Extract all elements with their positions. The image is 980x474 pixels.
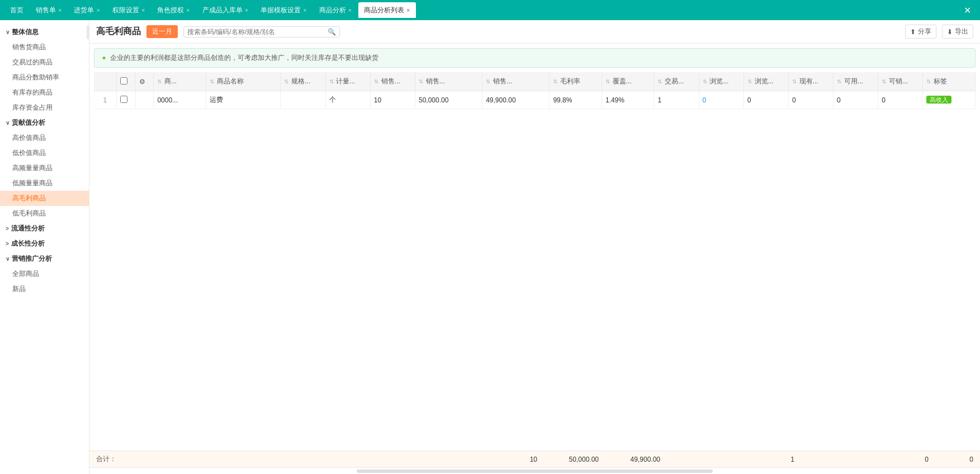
row-browse1-link[interactable]: 0 [703,96,707,104]
sidebar-item-low-freq[interactable]: 低频量量商品 [0,176,89,191]
col-header-label: 销售... [381,77,400,85]
sidebar-item-low-value[interactable]: 低价值商品 [0,146,89,161]
col-header-label: 毛利率 [560,77,580,85]
sidebar-item-low-margin[interactable]: 低毛利商品 [0,206,89,221]
main-layout: « ∨整体信息销售货商品交易过的商品商品分数助销率有库存的商品库存资金占用∨贡献… [0,20,980,474]
top-nav: 首页销售单×进货单×权限设置×角色授权×产成品入库单×单据模板设置×商品分析×商… [0,0,980,20]
nav-tab-template[interactable]: 单据模板设置× [255,2,312,18]
export-button[interactable]: ⬇ 导出 [942,25,973,39]
sidebar-group-arrow: > [6,241,9,247]
row-code: 0000... [154,91,206,109]
sort-icon: ⇅ [605,78,612,85]
sidebar-item-high-margin[interactable]: 高毛利商品 [0,191,89,206]
row-trade: 1 [654,91,699,109]
col-margin[interactable]: ⇅ 毛利率 [550,72,602,91]
nav-tab-label: 角色授权 [157,6,184,15]
sidebar-group-growth-analysis: >成长性分析 [0,236,89,251]
nav-tab-product-storage[interactable]: 产成品入库单× [197,2,254,18]
sidebar-item-high-value[interactable]: 高价值商品 [0,130,89,146]
footer-label: 合计： [96,454,116,464]
sidebar-item-stock-capital[interactable]: 库存资金占用 [0,100,89,115]
row-saleable: 0 [878,91,923,109]
col-code[interactable]: ⇅ 商... [154,72,206,91]
search-icon[interactable]: 🔍 [328,28,336,36]
sidebar-item-sales-goods[interactable]: 销售货商品 [0,40,89,55]
share-icon: ⬆ [910,28,916,36]
sidebar-group-flow-analysis: >流通性分析 [0,221,89,236]
row-browse1[interactable]: 0 [699,91,744,109]
nav-tab-close[interactable]: × [303,7,306,13]
sort-icon: ⇅ [657,78,664,85]
col-checkbox[interactable] [116,72,136,91]
sidebar-group-arrow: ∨ [6,256,10,262]
sidebar-group-header-overview[interactable]: ∨整体信息 [0,25,89,40]
col-header-label: 交易... [665,77,684,85]
nav-tab-close[interactable]: × [96,7,100,13]
bottom-scrollbar[interactable] [89,467,980,474]
col-name[interactable]: ⇅ 商品名称 [206,72,281,91]
col-spec[interactable]: ⇅ 规格... [281,72,325,91]
col-sales-cost[interactable]: ⇅ 销售... [482,72,550,91]
nav-tab-label: 商品分析列表 [364,6,404,15]
col-tag[interactable]: ⇅ 标签 [923,72,976,91]
info-text: 企业的主要的利润都是这部分商品创造的，可考虑加大推广，同时关注库存是不要出现缺货 [110,53,378,63]
sidebar-item-traded-goods[interactable]: 交易过的商品 [0,55,89,70]
nav-tab-analysis[interactable]: 商品分析× [314,2,357,18]
row-checkbox-input[interactable] [120,96,127,103]
nav-tab-close[interactable]: × [245,7,248,13]
col-sales-amount[interactable]: ⇅ 销售... [415,72,482,91]
window-close-button[interactable]: ✕ [959,5,976,16]
nav-tab-permission[interactable]: 权限设置× [107,2,150,18]
col-coverage[interactable]: ⇅ 覆盖... [602,72,654,91]
col-trade[interactable]: ⇅ 交易... [654,72,699,91]
nav-tab-analysis-list[interactable]: 商品分析列表× [358,2,415,18]
row-unit: 个 [325,91,370,109]
export-label: 导出 [955,27,968,36]
sidebar-group-header-flow-analysis[interactable]: >流通性分析 [0,221,89,236]
sidebar-item-all-goods[interactable]: 全部商品 [0,266,89,281]
nav-tab-home[interactable]: 首页 [4,2,29,18]
sidebar-group-header-growth-analysis[interactable]: >成长性分析 [0,236,89,251]
col-available2[interactable]: ⇅ 可用... [834,72,878,91]
col-sales-qty[interactable]: ⇅ 销售... [370,72,415,91]
time-filter-button[interactable]: 近一月 [146,25,178,38]
nav-tab-close[interactable]: × [348,7,352,13]
col-browse1[interactable]: ⇅ 浏览... [699,72,744,91]
page-title: 高毛利商品 [96,26,141,37]
header-checkbox[interactable] [120,77,127,85]
col-header-label: 现有... [799,77,818,85]
col-unit[interactable]: ⇅ 计量... [325,72,370,91]
sidebar-item-high-freq[interactable]: 高频量量商品 [0,161,89,176]
sidebar-item-goods-score[interactable]: 商品分数助销率 [0,70,89,85]
col-header-label: 销售... [493,77,512,85]
sidebar-item-new-goods[interactable]: 新品 [0,281,89,297]
share-button[interactable]: ⬆ 分享 [905,25,936,39]
nav-tab-sales[interactable]: 销售单× [30,2,67,18]
nav-tab-label: 权限设置 [112,6,139,15]
header-actions: ⬆ 分享 ⬇ 导出 [905,25,973,39]
sidebar-group-label: 整体信息 [12,27,39,37]
nav-tab-role[interactable]: 角色授权× [152,2,195,18]
data-table-container[interactable]: ⚙⇅ 商...⇅ 商品名称⇅ 规格...⇅ 计量...⇅ 销售...⇅ 销售..… [94,72,976,450]
nav-tab-close[interactable]: × [186,7,190,13]
sidebar-collapse-button[interactable]: « [87,26,89,39]
nav-tab-close[interactable]: × [406,7,410,13]
nav-tab-close[interactable]: × [141,7,145,13]
nav-tab-label: 销售单 [36,6,56,15]
sidebar-item-in-stock[interactable]: 有库存的商品 [0,85,89,100]
row-index: 1 [94,91,116,109]
col-header-label: 销售... [426,77,445,85]
sidebar-group-header-treasure-analysis[interactable]: ∨贡献值分析 [0,115,89,130]
col-available1[interactable]: ⇅ 现有... [788,72,833,91]
col-settings[interactable]: ⚙ [136,72,154,91]
row-checkbox[interactable] [116,91,136,109]
sidebar-group-header-marketing-analysis[interactable]: ∨营销推广分析 [0,251,89,266]
nav-tab-purchase[interactable]: 进货单× [68,2,105,18]
search-input[interactable] [187,28,328,36]
col-saleable[interactable]: ⇅ 可销... [878,72,923,91]
col-browse2[interactable]: ⇅ 浏览... [744,72,788,91]
col-header-label: 商品名称 [217,77,244,85]
nav-tab-close[interactable]: × [58,7,61,13]
row-margin-rate: 99.8% [550,91,602,109]
sort-icon: ⇅ [747,78,754,85]
